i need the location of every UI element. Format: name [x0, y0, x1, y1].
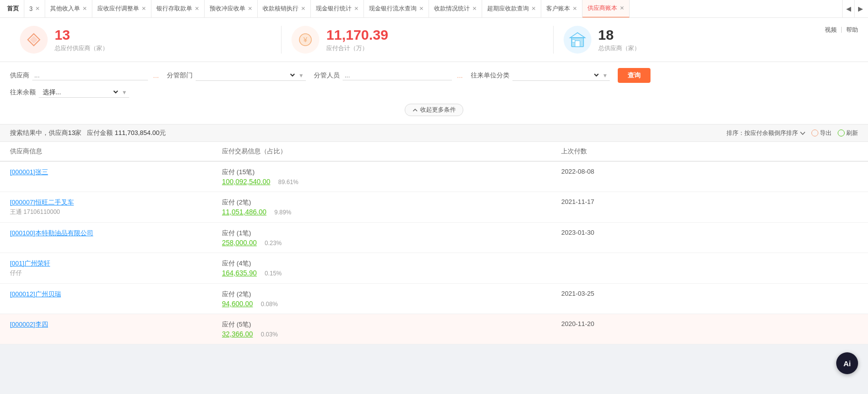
tx-row-3: 258,000.00 0.23% [222, 238, 561, 247]
filter-row-1: 供应商 ... 分管部门 ▼ 分管人员 ... [10, 68, 858, 83]
dept-label: 分管部门 [167, 71, 193, 80]
tx-amount-3[interactable]: 258,000.00 [222, 239, 257, 247]
close-icon[interactable]: ✕ [248, 5, 252, 12]
close-icon[interactable]: ✕ [620, 5, 624, 11]
supplier-input[interactable] [32, 70, 148, 80]
supplier-link-4[interactable]: [001]广州荣轩 [10, 260, 50, 267]
data-table: 供应商信息 应付交易信息（占比） 上次付数 [000001]张三 应付 (15笔… [0, 142, 868, 344]
close-icon[interactable]: ✕ [301, 5, 305, 12]
supplier-sub-4: 仔仔 [10, 269, 222, 277]
supplier-sub-2: 王通 17106110000 [10, 208, 222, 216]
close-icon[interactable]: ✕ [35, 5, 40, 12]
shop-icon [564, 26, 591, 54]
nav-tab-overdue[interactable]: 超期应收款查询 ✕ [482, 0, 541, 18]
tx-percent-4: 0.15% [265, 270, 282, 277]
nav-tab-collection-stat[interactable]: 收款情况统计 ✕ [429, 0, 482, 18]
nav-tab-supplier-ledger[interactable]: 供应商账本 ✕ [582, 0, 630, 18]
person-label: 分管人员 [314, 71, 340, 80]
person-ellipsis-btn[interactable]: ... [457, 71, 463, 79]
summary-info-payable: 13 总应付供应商（家） [55, 27, 108, 53]
close-icon[interactable]: ✕ [142, 5, 146, 12]
chevron-down-icon-sort [800, 131, 805, 136]
tx-amount-4[interactable]: 164,635.90 [222, 269, 257, 277]
video-link[interactable]: 视频 [825, 26, 837, 34]
refresh-button[interactable]: 刷新 [838, 129, 858, 137]
chevron-down-icon-3: ▼ [122, 89, 127, 95]
tx-amount-1[interactable]: 100,092,540.00 [222, 178, 270, 186]
nav-tab-customer-ledger[interactable]: 客户账本 ✕ [541, 0, 582, 18]
close-icon[interactable]: ✕ [419, 5, 424, 12]
result-info: 搜索结果中，供应商13家 应付金额 111,703,854.00元 [10, 129, 166, 137]
export-button[interactable]: 导出 [811, 129, 832, 137]
tx-row-2: 11,051,486.00 9.89% [222, 207, 561, 216]
unit-class-select[interactable]: ▼ [512, 70, 610, 81]
filter-dept: 分管部门 ▼ [167, 70, 306, 81]
close-icon[interactable]: ✕ [531, 5, 536, 12]
nav-tab-cash-flow[interactable]: 现金银行流水查询 ✕ [364, 0, 429, 18]
nav-arrow-group: ◀ ▶ [842, 0, 866, 18]
nav-tab-prepay[interactable]: 预收冲应收单 ✕ [205, 0, 258, 18]
nav-tab-other-income[interactable]: 其他收入单 ✕ [45, 0, 92, 18]
collapse-bar: 收起更多条件 [10, 102, 858, 120]
nav-arrow-right[interactable]: ▶ [854, 0, 866, 18]
help-link[interactable]: 帮助 [846, 26, 858, 34]
table-row: [000012]广州贝瑞 应付 (2笔) 94,600.00 0.08% 202… [0, 284, 868, 314]
supplier-link-1[interactable]: [000001]张三 [10, 168, 48, 176]
refresh-icon [838, 130, 845, 136]
tx-percent-5: 0.08% [261, 301, 278, 308]
unit-class-dropdown[interactable] [514, 71, 600, 79]
lastpay-date-5: 2021-03-25 [561, 290, 594, 297]
close-icon[interactable]: ✕ [472, 5, 477, 12]
top-navigation: 首页 3 ✕ 其他收入单 ✕ 应收应付调整单 ✕ 银行存取款单 ✕ 预收冲应收单… [0, 0, 868, 18]
tx-percent-2: 9.89% [275, 209, 291, 216]
tx-amount-2[interactable]: 11,051,486.00 [222, 208, 267, 216]
header-supplier: 供应商信息 [10, 147, 222, 156]
total-suppliers-count: 18 [598, 27, 640, 44]
supplier-link-2[interactable]: [000007]恒旺二手叉车 [10, 198, 74, 206]
balance-select[interactable]: 选择... ▼ [39, 87, 129, 98]
close-icon[interactable]: ✕ [195, 5, 199, 12]
nav-tab-bank-deposit[interactable]: 银行存取款单 ✕ [151, 0, 205, 18]
close-icon[interactable]: ✕ [82, 5, 87, 12]
supplier-link-6[interactable]: [000002]李四 [10, 321, 48, 328]
transaction-info-1: 应付 (15笔) 100,092,540.00 89.61% [222, 168, 561, 186]
nav-tab-home[interactable]: 首页 [2, 0, 24, 18]
tx-label-2: 应付 (2笔) [222, 198, 561, 207]
table-row: [000001]张三 应付 (15笔) 100,092,540.00 89.61… [0, 162, 868, 192]
dept-select[interactable]: ▼ [196, 70, 306, 81]
nav-tab-3[interactable]: 3 ✕ [24, 0, 45, 18]
header-transaction: 应付交易信息（占比） [222, 147, 561, 156]
close-icon[interactable]: ✕ [573, 5, 577, 12]
collapse-button[interactable]: 收起更多条件 [405, 104, 463, 116]
result-bar: 搜索结果中，供应商13家 应付金额 111,703,854.00元 排序：按应付… [0, 125, 868, 142]
supplier-info-1: [000001]张三 [10, 168, 222, 177]
tx-amount-6[interactable]: 32,366.00 [222, 330, 253, 338]
table-row: [000002]李四 应付 (5笔) 32,366.00 0.03% 2020-… [0, 314, 868, 344]
table-row: [001]广州荣轩 仔仔 应付 (4笔) 164,635.90 0.15% [0, 253, 868, 284]
svg-rect-7 [572, 40, 575, 42]
filter-balance: 往来余额 选择... ▼ [10, 87, 129, 98]
supplier-link-5[interactable]: [000012]广州贝瑞 [10, 290, 61, 298]
search-button[interactable]: 查询 [618, 68, 651, 83]
filter-row-2: 往来余额 选择... ▼ [10, 87, 858, 98]
transaction-info-5: 应付 (2笔) 94,600.00 0.08% [222, 290, 561, 308]
header-lastpay: 上次付数 [561, 147, 731, 156]
summary-info-suppliers: 18 总供应商（家） [598, 27, 640, 53]
nav-tab-collection[interactable]: 收款核销执行 ✕ [258, 0, 311, 18]
balance-dropdown[interactable]: 选择... [41, 88, 120, 96]
tx-amount-5[interactable]: 94,600.00 [222, 300, 253, 308]
sort-selector[interactable]: 排序：按应付余额倒序排序 [726, 129, 805, 137]
nav-tab-cash-stat[interactable]: 现金银行统计 ✕ [311, 0, 364, 18]
ai-assistant-button[interactable]: Ai [836, 352, 858, 374]
nav-arrow-left[interactable]: ◀ [842, 0, 854, 18]
payable-suppliers-count: 13 [55, 27, 108, 44]
tx-row-1: 100,092,540.00 89.61% [222, 177, 561, 186]
supplier-ellipsis-btn[interactable]: ... [153, 71, 159, 79]
lastpay-date-3: 2023-01-30 [561, 229, 594, 236]
close-icon[interactable]: ✕ [354, 5, 359, 12]
supplier-link-3[interactable]: [000100]本特勒油品有限公司 [10, 229, 93, 237]
person-input[interactable] [343, 70, 452, 80]
nav-tab-ap-adjust[interactable]: 应收应付调整单 ✕ [92, 0, 151, 18]
dept-dropdown[interactable] [198, 71, 296, 79]
tx-label-6: 应付 (5笔) [222, 320, 561, 329]
